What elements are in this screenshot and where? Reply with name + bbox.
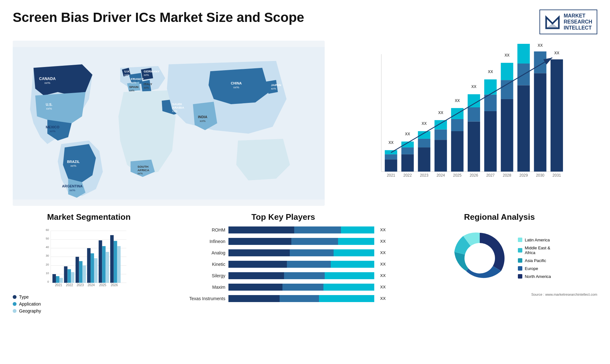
- svg-text:2027: 2027: [486, 173, 495, 178]
- svg-rect-107: [56, 276, 59, 283]
- svg-rect-120: [94, 258, 98, 283]
- player-maxim-bar: [228, 284, 374, 291]
- world-map: CANADA xx% U.S. xx% MEXICO xx% BRAZIL xx…: [13, 41, 325, 206]
- player-ti-name: Texas Instruments: [181, 296, 225, 301]
- donut-legend-apac: Asia Pacific: [518, 258, 551, 263]
- player-maxim: Maxim XX: [181, 284, 386, 291]
- logo: MARKET RESEARCH INTELLECT: [539, 10, 597, 34]
- svg-text:XX: XX: [438, 110, 443, 115]
- svg-text:XX: XX: [389, 140, 394, 145]
- growth-chart-svg: XX 2021 XX 2022 XX 2023 XX 2024: [334, 44, 594, 203]
- player-rohm-name: ROHM: [181, 227, 225, 233]
- legend-na-label: North America: [525, 274, 551, 279]
- player-infineon-val: XX: [380, 238, 386, 245]
- legend-application-label: Application: [19, 301, 41, 307]
- player-silergy-name: Silergy: [181, 273, 225, 278]
- svg-text:GERMANY: GERMANY: [144, 69, 160, 73]
- source-text: Source : www.marketresearchintellect.com: [402, 293, 597, 296]
- svg-text:CANADA: CANADA: [39, 76, 56, 81]
- svg-rect-87: [551, 59, 563, 171]
- svg-text:ITALY: ITALY: [144, 82, 152, 86]
- svg-rect-48: [418, 147, 430, 172]
- growth-chart: XX 2021 XX 2022 XX 2023 XX 2024: [331, 41, 597, 206]
- svg-text:40: 40: [46, 246, 49, 249]
- svg-text:XX: XX: [405, 132, 410, 136]
- donut-legend-europe: Europe: [518, 266, 551, 271]
- svg-rect-115: [79, 261, 83, 283]
- svg-rect-55: [434, 120, 447, 129]
- svg-text:2025: 2025: [453, 173, 462, 178]
- svg-rect-122: [99, 240, 102, 283]
- svg-rect-116: [83, 265, 86, 283]
- svg-rect-53: [434, 140, 447, 172]
- svg-text:xx%: xx%: [69, 188, 75, 192]
- svg-rect-114: [76, 257, 79, 283]
- donut-chart: [448, 226, 512, 290]
- player-rohm-val: XX: [380, 226, 386, 233]
- svg-text:xx%: xx%: [71, 164, 77, 167]
- svg-rect-108: [59, 278, 63, 282]
- legend-geography-label: Geography: [19, 308, 41, 313]
- svg-text:2022: 2022: [66, 283, 73, 287]
- svg-text:CHINA: CHINA: [231, 81, 242, 85]
- legend-latin-label: Latin America: [525, 238, 550, 242]
- svg-rect-70: [484, 79, 497, 95]
- player-maxim-val: XX: [380, 284, 386, 291]
- svg-rect-54: [434, 129, 447, 140]
- player-ti-bar: [228, 295, 374, 302]
- svg-text:xx%: xx%: [144, 86, 149, 89]
- legend-mea-label: Middle East &Africa: [525, 246, 550, 255]
- svg-rect-75: [501, 63, 513, 80]
- svg-text:xx%: xx%: [44, 81, 51, 84]
- svg-text:U.S.: U.S.: [46, 103, 52, 106]
- player-silergy: Silergy XX: [181, 272, 386, 279]
- logo-text: MARKET RESEARCH INTELLECT: [564, 13, 592, 31]
- donut-container: Latin America Middle East &Africa Asia P…: [402, 226, 597, 290]
- legend-na-color: [518, 274, 522, 279]
- svg-rect-118: [87, 248, 91, 283]
- player-ti: Texas Instruments XX: [181, 295, 386, 302]
- map-svg: CANADA xx% U.S. xx% MEXICO xx% BRAZIL xx…: [13, 41, 325, 206]
- svg-rect-112: [71, 272, 74, 283]
- player-kinetic: Kinetic XX: [181, 261, 386, 268]
- legend-mea-color: [518, 248, 522, 253]
- header: Screen Bias Driver ICs Market Size and S…: [13, 10, 597, 34]
- page-container: Screen Bias Driver ICs Market Size and S…: [0, 0, 610, 364]
- svg-text:2021: 2021: [387, 173, 395, 178]
- player-kinetic-bar: [228, 261, 374, 268]
- segmentation-section: Market Segmentation 0 10 20 30 40 50 60: [13, 212, 165, 354]
- svg-rect-73: [501, 99, 513, 171]
- svg-text:20: 20: [46, 263, 49, 266]
- svg-text:2023: 2023: [77, 283, 84, 287]
- svg-text:XX: XX: [422, 121, 427, 126]
- svg-text:2026: 2026: [111, 283, 118, 287]
- svg-rect-106: [52, 274, 56, 283]
- svg-text:SAUDI: SAUDI: [172, 102, 182, 106]
- svg-text:30: 30: [46, 254, 49, 257]
- donut-legend-na: North America: [518, 274, 551, 279]
- svg-text:50: 50: [46, 237, 49, 240]
- svg-text:2028: 2028: [503, 173, 511, 178]
- top-section: CANADA xx% U.S. xx% MEXICO xx% BRAZIL xx…: [13, 41, 597, 206]
- player-infineon-bar: [228, 238, 374, 245]
- svg-text:2021: 2021: [55, 283, 62, 287]
- svg-text:SPAIN: SPAIN: [129, 85, 139, 88]
- svg-rect-49: [418, 138, 430, 147]
- legend-latin-color: [518, 238, 522, 242]
- svg-text:2024: 2024: [437, 173, 445, 178]
- svg-text:XX: XX: [471, 84, 476, 89]
- svg-text:0: 0: [47, 280, 49, 283]
- player-infineon-name: Infineon: [181, 239, 225, 244]
- legend-apac-color: [518, 258, 522, 263]
- player-analog-val: XX: [380, 249, 386, 256]
- svg-text:xx%: xx%: [131, 81, 136, 84]
- svg-rect-127: [114, 241, 117, 283]
- svg-text:BRAZIL: BRAZIL: [67, 160, 80, 164]
- svg-rect-126: [110, 235, 114, 283]
- legend-europe-color: [518, 266, 522, 271]
- legend-application-dot: [13, 302, 17, 306]
- svg-text:xx%: xx%: [138, 172, 143, 175]
- svg-text:xx%: xx%: [233, 85, 239, 89]
- page-title: Screen Bias Driver ICs Market Size and S…: [13, 10, 304, 25]
- player-silergy-bar: [228, 272, 374, 279]
